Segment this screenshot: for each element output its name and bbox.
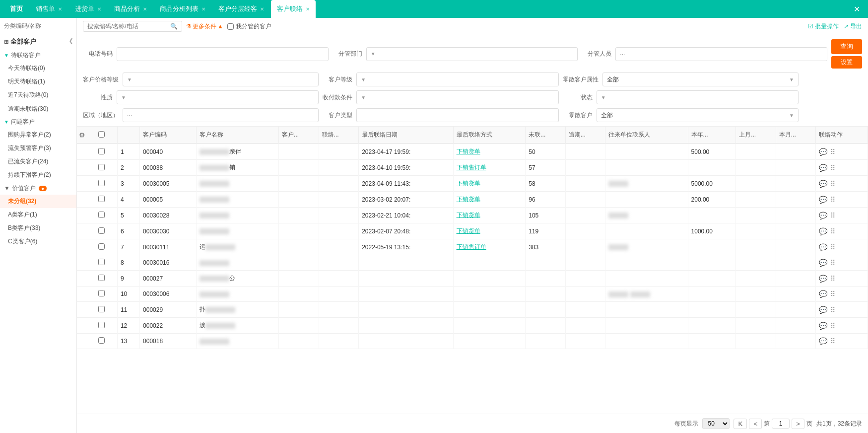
td-action[interactable]: 💬 ⠿ [816,334,868,349]
td-checkbox[interactable] [95,318,118,334]
sidebar-all-customers[interactable]: ⊞ 全部客户 《 [0,34,76,49]
more-conditions-btn[interactable]: ⚗ 更多条件 ▲ [186,22,223,31]
td-action[interactable]: 💬 ⠿ [816,239,868,255]
td-last-contact-method[interactable] [453,318,526,334]
more-icon[interactable]: ⠿ [830,259,835,267]
batch-action-btn[interactable]: ☑ 批量操作 [808,22,839,31]
tab-product-analysis[interactable]: 商品分析 ✕ [108,0,153,18]
sidebar-search-input[interactable] [4,22,77,29]
chat-icon[interactable]: 💬 [819,243,827,251]
tab-product-analysis-list[interactable]: 商品分析列表 ✕ [154,0,211,18]
row-checkbox[interactable] [98,243,105,250]
more-icon[interactable]: ⠿ [830,322,835,330]
td-last-contact-method[interactable]: 下销售订单 [453,239,526,255]
td-checkbox[interactable] [95,302,118,318]
td-action[interactable]: 💬 ⠿ [816,271,868,287]
more-icon[interactable]: ⠿ [830,306,835,314]
nature-input[interactable]: ▼ [117,90,319,104]
td-checkbox[interactable] [95,160,118,176]
tab-sales[interactable]: 销售单 ✕ [30,0,68,18]
chat-icon[interactable]: 💬 [819,227,827,235]
td-checkbox[interactable] [95,208,118,223]
sidebar-group-problem[interactable]: ▼ 问题客户 [0,116,76,128]
manager-input[interactable]: ··· [615,47,827,61]
sidebar-item-churned[interactable]: 已流失客户(24) [0,155,76,168]
phone-input[interactable] [117,47,329,61]
sidebar-item-abnormal-customers[interactable]: 囤购异常客户(2) [0,128,76,142]
chat-icon[interactable]: 💬 [819,337,827,345]
td-checkbox[interactable] [95,176,118,192]
region-input[interactable]: ··· [123,108,319,122]
settings-column-header[interactable]: ⚙ [77,127,95,144]
last-month-column-header[interactable]: 上月... [736,127,776,144]
td-checkbox[interactable] [95,192,118,208]
no-contact-column-header[interactable]: 未联... [526,127,566,144]
more-icon[interactable]: ⠿ [830,290,835,298]
sidebar-item-class-a[interactable]: A类客户(1) [0,208,76,221]
company-contact-column-header[interactable]: 往来单位联系人 [605,127,688,144]
td-last-contact-method[interactable]: 下销货单 [453,176,526,192]
payment-input[interactable]: ▼ [356,90,558,104]
sidebar-search-box[interactable]: 🔍 [0,18,76,34]
td-last-contact-method[interactable] [453,271,526,287]
row-checkbox[interactable] [98,275,105,281]
region-dots[interactable]: ··· [127,112,132,119]
main-search-box[interactable]: 🔍 [83,21,182,32]
td-checkbox[interactable] [95,271,118,287]
sidebar-item-class-b[interactable]: B类客户(33) [0,221,76,235]
td-action[interactable]: 💬 ⠿ [816,302,868,318]
close-product-analysis-tab-icon[interactable]: ✕ [143,6,147,12]
close-customer-segment-tab-icon[interactable]: ✕ [260,6,264,12]
sidebar-group-value[interactable]: ▼ 价值客户 ● [0,182,76,195]
contact-method-link[interactable]: 下销售订单 [457,243,486,250]
td-action[interactable]: 💬 ⠿ [816,208,868,223]
sidebar-item-week-pending[interactable]: 近7天待联络(0) [0,88,76,102]
chat-icon[interactable]: 💬 [819,148,827,156]
td-last-contact-method[interactable]: 下销售订单 [453,160,526,176]
td-checkbox[interactable] [95,144,118,160]
overdue-column-header[interactable]: 逾期... [565,127,605,144]
chat-icon[interactable]: 💬 [819,259,827,267]
collapse-sidebar-icon[interactable]: 《 [66,37,72,46]
row-checkbox[interactable] [98,212,105,218]
manager-dots[interactable]: ··· [620,51,625,58]
page-number-input[interactable] [772,419,790,429]
table-settings-icon[interactable]: ⚙ [79,131,85,139]
more-icon[interactable]: ⠿ [830,337,835,345]
sidebar-group-pending[interactable]: ▼ 待联络客户 [0,49,76,62]
tab-purchase[interactable]: 进货单 ✕ [69,0,107,18]
td-checkbox[interactable] [95,239,118,255]
close-customer-contact-tab-icon[interactable]: ✕ [306,6,310,12]
sidebar-item-today-pending[interactable]: 今天待联络(0) [0,62,76,75]
row-checkbox[interactable] [98,164,105,170]
sidebar-item-declining[interactable]: 持续下滑客户(2) [0,168,76,182]
chat-icon[interactable]: 💬 [819,306,827,314]
td-checkbox[interactable] [95,255,118,271]
status-input[interactable]: ▼ [597,90,799,104]
td-last-contact-method[interactable]: 下销货单 [453,192,526,208]
last-contact-date-column-header[interactable]: 最后联络日期 [359,127,453,144]
first-page-btn[interactable]: K [734,419,747,429]
dept-input[interactable]: ▼ [366,47,578,61]
prev-page-btn[interactable]: < [749,419,762,429]
close-product-analysis-list-tab-icon[interactable]: ✕ [201,6,205,12]
sidebar-item-ungrouped[interactable]: 未分组(32) [0,195,76,208]
td-last-contact-method[interactable] [453,302,526,318]
td-action[interactable]: 💬 ⠿ [816,255,868,271]
row-checkbox[interactable] [98,337,105,344]
row-checkbox[interactable] [98,290,105,296]
contact-column-header[interactable]: 联络... [319,127,359,144]
contact-method-link[interactable]: 下销货单 [457,227,480,234]
td-action[interactable]: 💬 ⠿ [816,318,868,334]
type-column-header[interactable]: 客户... [279,127,319,144]
customer-type-input[interactable] [356,108,558,122]
more-icon[interactable]: ⠿ [830,180,835,188]
row-checkbox[interactable] [98,227,105,234]
td-action[interactable]: 💬 ⠿ [816,176,868,192]
more-icon[interactable]: ⠿ [830,148,835,156]
contact-method-link[interactable]: 下销货单 [457,148,480,155]
main-search-icon[interactable]: 🔍 [170,23,178,30]
td-checkbox[interactable] [95,287,118,302]
retail-attr-input[interactable]: 全部 ▼ [602,72,799,86]
sidebar-item-overdue-pending[interactable]: 逾期未联络(30) [0,102,76,116]
